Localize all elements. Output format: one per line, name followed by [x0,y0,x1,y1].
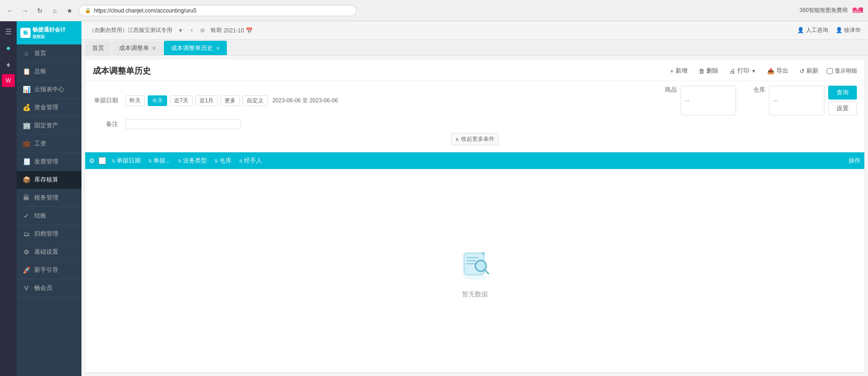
logo-name: 畅捷通好会计 [32,26,66,34]
col-header-operator[interactable]: ⇅ 经手人 [239,157,262,165]
show-detail-checkbox[interactable] [827,68,833,74]
col-biz-label: 业务类型 [183,157,207,165]
query-btn-group: 查询 设置 [828,86,857,115]
delete-icon: 🗑 [699,68,705,75]
service-btn[interactable]: 👤 人工咨询 [797,26,828,34]
sidebar-label-reports: 云报表中心 [34,85,64,94]
table-gear-icon[interactable]: ⚙ [89,157,95,164]
date-btn-last-month[interactable]: 近1月 [195,95,218,106]
col-date-label: 单据日期 [117,157,141,165]
tab-cost-adjust[interactable]: 成本调整单 ✕ [112,41,163,55]
inventory-icon: 📦 [22,176,31,183]
tab-cost-adjust-history[interactable]: 成本调整单历史 ✕ [164,41,227,55]
refresh-button[interactable]: ↻ [34,5,45,16]
browser-chrome: ← → ↻ ⌂ ★ 🔒 https://cloud.chanjet.com/ac… [0,0,868,21]
weibo-icon[interactable]: W [2,74,15,87]
bookmark-button[interactable]: ★ [64,5,75,16]
sidebar-item-invoice[interactable]: 🧾 发票管理 [17,153,81,171]
sidebar-label-salary: 工资 [34,139,46,148]
address-bar[interactable]: 🔒 https://cloud.chanjet.com/accounting/u… [79,5,356,16]
sidebar-item-inventory[interactable]: 📦 库存核算 [17,171,81,189]
print-button[interactable]: 🖨 打印 ▼ [727,65,759,77]
collapse-button[interactable]: ∧ 收起更多条件 [451,133,499,145]
tab-cost-adjust-history-label: 成本调整单历史 [171,44,213,52]
user-name: 徐泽华 [844,27,861,33]
add-button[interactable]: + 新增 [668,65,691,77]
refresh-button[interactable]: ↺ 刷新 [797,65,821,77]
sidebar-item-salary[interactable]: 💼 工资 [17,135,81,153]
app-container: ☰ ● ♦ W 畅 畅捷通好会计 旗舰版 ⌂ 首页 📋 总账 📊 云报表中心 💰… [0,21,868,376]
export-button[interactable]: 📤 导出 [764,65,791,77]
table-area: ⚙ ⇅ 单据日期 ⇅ 单据... ⇅ 业务类型 ⇅ [85,152,864,372]
home-button[interactable]: ⌂ [49,5,60,16]
sidebar-label-close: 结账 [34,212,46,220]
goods-filter-label: 商品 [651,86,677,115]
col-header-biz-type[interactable]: ⇅ 业务类型 [178,157,207,165]
goods-selector[interactable]: ··· [681,86,736,115]
show-detail-toggle[interactable]: 显示明细 [827,67,857,75]
col-header-date[interactable]: ⇅ 单据日期 [112,157,141,165]
sidebar-item-guide[interactable]: 🚀 新手引导 [17,261,81,279]
show-detail-label: 显示明细 [835,67,857,75]
top-bar-right: 👤 人工咨询 👤 徐泽华 [797,26,861,34]
member-icon: V [22,284,31,292]
home-icon: ⌂ [22,50,31,57]
date-btn-more[interactable]: 更多 [220,95,240,106]
tab-cost-adjust-history-close[interactable]: ✕ [216,45,220,51]
icon-bar-item-1[interactable]: ● [0,40,17,56]
sidebar-item-reports[interactable]: 📊 云报表中心 [17,81,81,99]
export-label: 导出 [776,67,788,75]
sidebar-item-assets-mgmt[interactable]: 💰 资金管理 [17,99,81,117]
sort-icon-op: ⇅ [239,158,243,163]
svg-point-0 [463,275,487,280]
query-button[interactable]: 查询 [828,86,857,100]
hot-label: 热搜 [852,6,863,14]
select-all-checkbox[interactable] [99,157,106,164]
sidebar-item-member[interactable]: V 畅会员 [17,279,81,297]
delete-button[interactable]: 🗑 删除 [696,65,721,77]
warehouse-selector[interactable]: ··· [769,86,824,115]
icon-bar-item-2[interactable]: ♦ [0,56,17,73]
gear-icon-topbar[interactable]: ⚙ [200,27,205,34]
icon-bar-item-0[interactable]: ☰ [0,23,17,40]
filter-right-selectors: 商品 ··· 仓库 ··· 查询 设置 [651,86,857,115]
ledger-icon: 📋 [22,68,31,75]
date-btn-custom[interactable]: 自定义 [243,95,268,106]
back-button[interactable]: ← [5,5,16,16]
sidebar-label-guide: 新手引导 [34,266,58,274]
delete-label: 删除 [706,67,718,75]
sidebar-label-inventory: 库存核算 [34,175,58,184]
search-label: 360智能抠图免费用 [799,6,848,14]
tab-cost-adjust-close[interactable]: ✕ [152,45,156,51]
archive-icon: 🗂 [22,230,31,238]
print-icon: 🖨 [730,68,736,75]
forward-button[interactable]: → [19,5,31,16]
sidebar-item-home[interactable]: ⌂ 首页 [17,44,81,63]
note-input[interactable] [125,119,241,129]
date-btn-last7[interactable]: 近7天 [170,95,193,106]
tab-home[interactable]: 首页 [85,41,111,55]
sidebar: 畅 畅捷通好会计 旗舰版 ⌂ 首页 📋 总账 📊 云报表中心 💰 资金管理 🏢 … [17,21,81,376]
add-label: 新增 [675,67,687,75]
sidebar-item-ledger[interactable]: 📋 总账 [17,63,81,81]
col-header-number[interactable]: ⇅ 单据... [148,157,170,165]
guide-icon: 🚀 [22,266,31,274]
date-btn-today[interactable]: 今天 [148,95,167,106]
col-header-warehouse[interactable]: ⇅ 仓库 [214,157,231,165]
sidebar-item-settings[interactable]: ⚙ 基础设置 [17,243,81,261]
calendar-icon[interactable]: 📅 [246,27,253,34]
user-avatar[interactable]: 👤 徐泽华 [836,26,861,34]
add-icon[interactable]: ＋ [189,26,194,34]
sidebar-item-tax[interactable]: 🏛 税务管理 [17,189,81,207]
sidebar-item-archive[interactable]: 🗂 归档管理 [17,225,81,243]
set-button[interactable]: 设置 [828,101,857,115]
top-bar-left: （勿删勿禁用）江西服宝测试专用 ▼ ＋ ⚙ 账期 2021-10 📅 [89,26,253,34]
reports-icon: 📊 [22,86,31,93]
svg-line-8 [484,269,488,273]
sidebar-item-close[interactable]: ✓ 结账 [17,207,81,225]
collapse-label: 收起更多条件 [461,135,494,143]
dropdown-icon[interactable]: ▼ [178,27,183,34]
sidebar-item-fixed-assets[interactable]: 🏢 固定资产 [17,117,81,135]
tab-bar: 首页 成本调整单 ✕ 成本调整单历史 ✕ [81,40,868,56]
date-btn-yesterday[interactable]: 昨天 [125,95,145,106]
